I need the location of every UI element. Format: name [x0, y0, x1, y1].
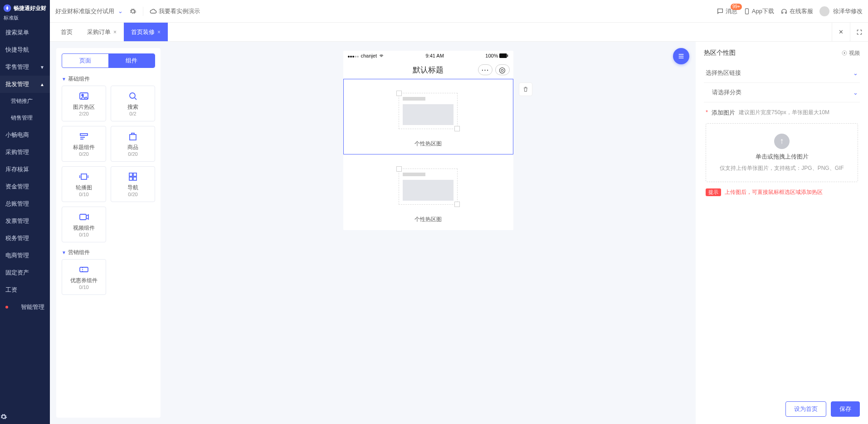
- carousel-icon: [78, 171, 89, 182]
- svg-rect-10: [129, 177, 132, 180]
- sidebar-item-8[interactable]: 库存核算: [0, 161, 50, 178]
- sidebar-item-7[interactable]: 采购管理: [0, 144, 50, 161]
- top-bar: 好业财标准版交付试用 ⌄ 我要看实例演示 消息 99+ App下载 在线客服: [50, 0, 868, 23]
- svg-rect-8: [129, 173, 132, 176]
- sidebar-item-2[interactable]: 零售管理▼: [0, 58, 50, 76]
- set-home-button[interactable]: 设为首页: [785, 401, 826, 417]
- sidebar-item-13[interactable]: 电商管理: [0, 247, 50, 264]
- messages-link[interactable]: 消息 99+: [717, 7, 737, 15]
- component-title[interactable]: 标题组件0/20: [62, 126, 106, 162]
- coupon-icon: [78, 264, 89, 275]
- chevron-down-icon: ⌄: [853, 89, 858, 96]
- seg-component[interactable]: 组件: [108, 54, 155, 67]
- sidebar-item-5[interactable]: 销售管理: [0, 110, 50, 126]
- sidebar-item-14[interactable]: 固定资产: [0, 264, 50, 281]
- support-link[interactable]: 在线客服: [780, 7, 813, 15]
- group-marketing[interactable]: ▼营销组件: [62, 246, 155, 259]
- hotzone-block-2[interactable]: 个性热区图: [343, 154, 513, 230]
- component-coupon[interactable]: 优惠券组件0/10: [62, 259, 106, 295]
- component-goods[interactable]: 商品0/20: [111, 126, 155, 162]
- close-icon[interactable]: ×: [157, 29, 161, 35]
- search-icon: [127, 91, 138, 101]
- sidebar-settings[interactable]: [0, 410, 50, 424]
- component-video[interactable]: 视频组件0/10: [62, 207, 106, 242]
- demo-link[interactable]: 我要看实例演示: [150, 7, 200, 15]
- svg-rect-7: [81, 174, 87, 179]
- tip-row: 提示 上传图后，可直接鼠标框选区域添加热区: [704, 186, 860, 199]
- sidebar-item-4[interactable]: 营销推广: [0, 93, 50, 110]
- field-category[interactable]: 请选择分类 ⌄: [704, 83, 860, 102]
- svg-rect-11: [133, 177, 137, 180]
- video-help-link[interactable]: 视频: [842, 49, 860, 57]
- delete-block-button[interactable]: [519, 82, 532, 96]
- tab-0[interactable]: 首页: [54, 23, 80, 41]
- image-uploader[interactable]: ↑ 单击或拖拽上传图片 仅支持上传单张图片，支持格式：JPG、PNG、GIF: [706, 123, 858, 182]
- mobile-icon: [744, 8, 750, 15]
- svg-rect-5: [80, 134, 88, 135]
- component-search[interactable]: 搜索0/2: [111, 86, 155, 121]
- hotzone-block-1[interactable]: 个性热区图: [343, 79, 513, 154]
- brand-logo: 畅捷通好业财: [0, 0, 50, 14]
- inspector-panel: 热区个性图 视频 选择热区链接 ⌄ 请选择分类 ⌄ * 添加图片: [696, 42, 868, 424]
- component-palette: 页面 组件 ▼基础组件 图片热区2/20搜索0/2标题组件0/20商品0/20轮…: [56, 48, 161, 418]
- expand-icon: [856, 29, 863, 35]
- user-menu[interactable]: 徐泽华修改: [819, 6, 863, 16]
- tabs-row: 首页采购订单×首页装修× ✕: [50, 23, 868, 42]
- seg-page[interactable]: 页面: [62, 54, 108, 67]
- svg-point-3: [82, 94, 83, 96]
- group-basic[interactable]: ▼基础组件: [62, 72, 155, 86]
- sidebar-item-6[interactable]: 小畅电商: [0, 126, 50, 144]
- tenant-selector[interactable]: 好业财标准版交付试用 ⌄: [55, 7, 123, 15]
- svg-rect-9: [133, 173, 137, 176]
- chevron-down-icon: ⌄: [118, 8, 123, 14]
- canvas-menu-fab[interactable]: [673, 48, 689, 64]
- brand-name: 畅捷通好业财: [14, 5, 46, 12]
- sidebar-item-11[interactable]: 发票管理: [0, 212, 50, 230]
- sidebar-item-12[interactable]: 税务管理: [0, 230, 50, 247]
- title-icon: [78, 131, 89, 142]
- phone-target-button[interactable]: ◎: [495, 64, 510, 75]
- sidebar-item-1[interactable]: 快捷导航: [0, 41, 50, 58]
- svg-rect-1: [745, 9, 748, 14]
- app-download-link[interactable]: App下载: [744, 7, 774, 15]
- nav-icon: [127, 171, 138, 182]
- goods-icon: [127, 131, 138, 142]
- wifi-icon: [379, 53, 384, 58]
- sidebar-item-9[interactable]: 资金管理: [0, 178, 50, 195]
- sidebar-menu: 搜索菜单快捷导航零售管理▼批发管理▲营销推广销售管理小畅电商采购管理库存核算资金…: [0, 24, 50, 410]
- svg-rect-15: [507, 55, 508, 57]
- msg-badge: 99+: [731, 4, 742, 10]
- headset-icon: [780, 8, 788, 15]
- settings-icon[interactable]: [129, 8, 137, 15]
- tab-2[interactable]: 首页装修×: [124, 23, 168, 41]
- component-carousel[interactable]: 轮播图0/10: [62, 166, 106, 202]
- sidebar-item-10[interactable]: 总账管理: [0, 195, 50, 212]
- logo-icon: [3, 4, 12, 13]
- chevron-down-icon: ⌄: [853, 70, 858, 77]
- sidebar-item-16[interactable]: 智能管理: [0, 299, 50, 316]
- tab-1[interactable]: 采购订单×: [80, 23, 124, 41]
- brand-edition: 标准版: [0, 14, 50, 24]
- gear-icon: [0, 413, 7, 420]
- component-nav[interactable]: 导航0/20: [111, 166, 155, 202]
- field-hotzone-link[interactable]: 选择热区链接 ⌄: [704, 63, 860, 83]
- close-all-tabs[interactable]: ✕: [832, 23, 850, 41]
- sidebar-item-3[interactable]: 批发管理▲: [0, 76, 50, 93]
- battery-icon: [499, 53, 508, 58]
- component-image[interactable]: 图片热区2/20: [62, 86, 106, 121]
- image-icon: [78, 91, 89, 101]
- image-placeholder-icon: [399, 93, 458, 129]
- sidebar-item-0[interactable]: 搜索菜单: [0, 24, 50, 41]
- play-icon: [842, 50, 847, 56]
- svg-rect-14: [499, 53, 507, 58]
- video-icon: [78, 212, 89, 222]
- image-placeholder-icon: [399, 169, 458, 205]
- required-star: *: [706, 109, 708, 116]
- fullscreen-toggle[interactable]: [850, 23, 868, 41]
- sidebar-item-15[interactable]: 工资: [0, 281, 50, 299]
- add-image-row: * 添加图片 建议图片宽度750px，单张图最大10M: [704, 102, 860, 121]
- phone-more-button[interactable]: ⋯: [478, 64, 493, 75]
- close-icon[interactable]: ×: [113, 29, 117, 35]
- avatar-icon: [819, 6, 829, 16]
- save-button[interactable]: 保存: [831, 401, 860, 417]
